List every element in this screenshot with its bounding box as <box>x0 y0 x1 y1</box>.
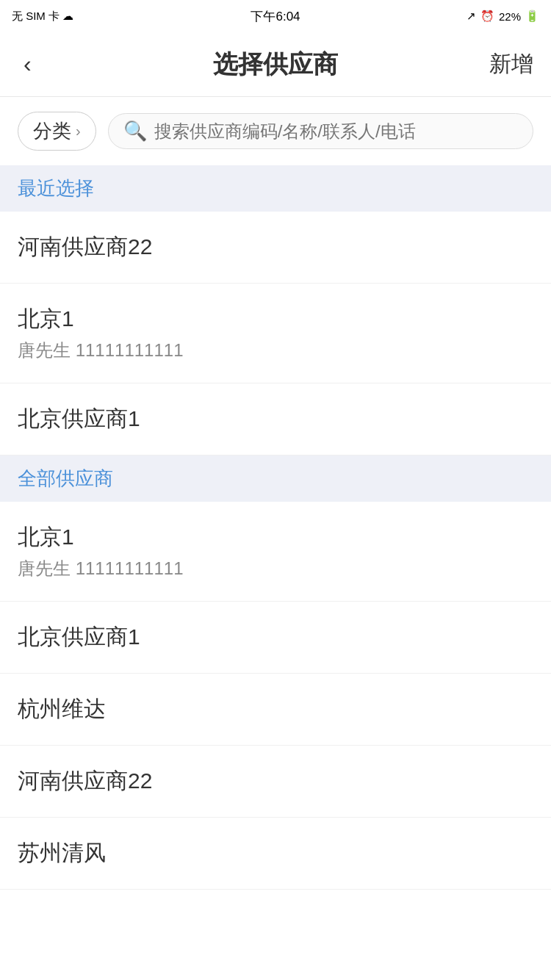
item-detail: 唐先生 11111111111 <box>18 557 533 580</box>
recent-list: 河南供应商22 北京1 唐先生 11111111111 北京供应商1 <box>0 212 551 455</box>
battery-text: 22% <box>499 10 521 23</box>
list-item[interactable]: 北京供应商1 <box>0 602 551 674</box>
status-left: 无 SIM 卡 ☁ <box>12 10 73 24</box>
item-name: 北京供应商1 <box>18 404 533 434</box>
search-box: 🔍 <box>108 113 533 149</box>
search-input[interactable] <box>154 121 518 142</box>
list-item[interactable]: 北京1 唐先生 11111111111 <box>0 284 551 383</box>
no-sim-text: 无 SIM 卡 ☁ <box>12 10 73 24</box>
list-item[interactable]: 杭州维达 <box>0 674 551 746</box>
item-name: 北京1 <box>18 304 533 334</box>
all-section-label: 全部供应商 <box>18 467 113 489</box>
item-name: 北京1 <box>18 522 533 552</box>
item-name: 河南供应商22 <box>18 766 533 796</box>
item-name: 苏州清风 <box>18 838 533 868</box>
list-item[interactable]: 河南供应商22 <box>0 746 551 818</box>
all-list: 北京1 唐先生 11111111111 北京供应商1杭州维达河南供应商22苏州清… <box>0 502 551 890</box>
list-item[interactable]: 河南供应商22 <box>0 212 551 284</box>
location-icon: ↗ <box>467 10 476 23</box>
chevron-right-icon: › <box>76 123 81 140</box>
back-button[interactable]: ‹ <box>18 45 37 84</box>
item-name: 北京供应商1 <box>18 622 533 652</box>
search-icon: 🔍 <box>123 120 147 143</box>
category-button[interactable]: 分类 › <box>18 112 96 151</box>
list-item[interactable]: 北京供应商1 <box>0 383 551 455</box>
nav-bar: ‹ 选择供应商 新增 <box>0 32 551 97</box>
status-bar: 无 SIM 卡 ☁ 下午6:04 ↗ ⏰ 22% 🔋 <box>0 0 551 32</box>
recent-section-label: 最近选择 <box>18 177 94 199</box>
item-name: 杭州维达 <box>18 694 533 724</box>
add-button[interactable]: 新增 <box>489 49 533 79</box>
category-label: 分类 <box>33 118 71 144</box>
page-title: 选择供应商 <box>213 48 338 82</box>
status-right: ↗ ⏰ 22% 🔋 <box>467 10 539 23</box>
battery-icon: 🔋 <box>525 10 539 23</box>
item-detail: 唐先生 11111111111 <box>18 339 533 362</box>
status-time: 下午6:04 <box>251 8 300 25</box>
alarm-icon: ⏰ <box>480 10 494 23</box>
item-name: 河南供应商22 <box>18 232 533 262</box>
recent-section-header: 最近选择 <box>0 165 551 212</box>
list-item[interactable]: 苏州清风 <box>0 818 551 890</box>
filter-row: 分类 › 🔍 <box>0 97 551 165</box>
list-item[interactable]: 北京1 唐先生 11111111111 <box>0 502 551 602</box>
all-section-header: 全部供应商 <box>0 455 551 502</box>
